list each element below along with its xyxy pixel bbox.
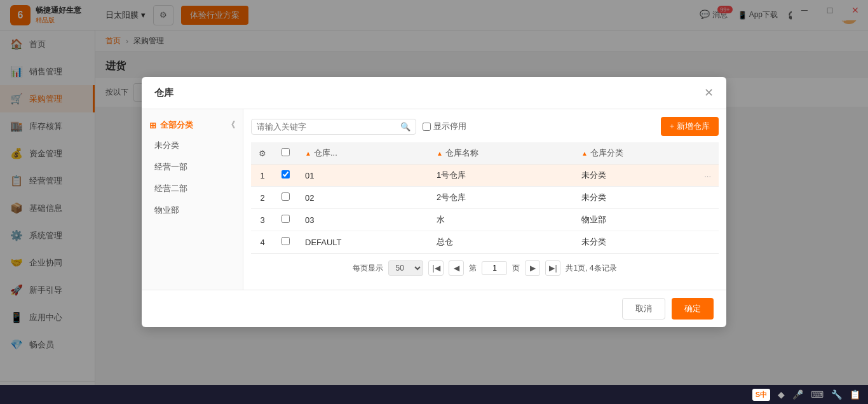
keyboard-icon[interactable]: ⌨ [811, 389, 824, 400]
row-checkbox-cell [274, 165, 297, 187]
row-checkbox-cell [274, 187, 297, 209]
warehouse-table: ⚙ ▲ 仓库... [251, 142, 719, 253]
row-name: 总仓 [429, 231, 574, 253]
row-code: DEFAULT [297, 231, 429, 253]
header-checkbox-col [274, 142, 297, 165]
cancel-button[interactable]: 取消 [622, 298, 665, 320]
header-category: ▲ 仓库分类 [574, 142, 719, 165]
header-name: ▲ 仓库名称 [429, 142, 574, 165]
modal-body: ⊞ 全部分类 《 未分类 经营一部 经营二部 物业部 [142, 109, 726, 290]
row-name: 2号仓库 [429, 187, 574, 209]
next-page-btn[interactable]: ▶ [525, 260, 540, 276]
table-container: ⚙ ▲ 仓库... [251, 142, 719, 253]
category-sidebar: ⊞ 全部分类 《 未分类 经营一部 经营二部 物业部 [142, 109, 243, 290]
row-checkbox[interactable] [281, 237, 290, 245]
table-header: ⚙ ▲ 仓库... [251, 142, 719, 165]
row-checkbox[interactable] [281, 170, 290, 178]
row-category: 未分类 [574, 231, 719, 253]
modal-close-button[interactable]: ✕ [704, 86, 714, 100]
table-row[interactable]: 1 01 1号仓库 未分类... [251, 165, 719, 187]
category-all[interactable]: ⊞ 全部分类 《 [142, 116, 243, 135]
table-row[interactable]: 3 03 水 物业部 [251, 209, 719, 231]
modal-title: 仓库 [154, 87, 173, 99]
grid-icon: ⊞ [149, 121, 156, 130]
table-area: 🔍 显示停用 + 新增仓库 ⚙ [243, 109, 726, 290]
row-code: 03 [297, 209, 429, 231]
pagination: 每页显示 50 100 200 |◀ ◀ 第 页 ▶ ▶| 共1页, 4条记录 [251, 253, 719, 282]
search-input[interactable] [257, 122, 397, 131]
add-warehouse-button[interactable]: + 新增仓库 [661, 117, 719, 136]
table-row[interactable]: 4 DEFAULT 总仓 未分类 [251, 231, 719, 253]
category-item-property[interactable]: 物业部 [142, 199, 243, 221]
sort-icon-cat: ▲ [581, 150, 588, 157]
diamond-icon[interactable]: ◆ [778, 389, 785, 400]
tool-icon[interactable]: 🔧 [831, 389, 842, 400]
prev-page-btn[interactable]: ◀ [449, 260, 464, 276]
search-icon[interactable]: 🔍 [400, 122, 410, 131]
table-body: 1 01 1号仓库 未分类... 2 02 2号仓库 未分类 3 03 水 物业… [251, 165, 719, 253]
modal-header: 仓库 ✕ [142, 77, 726, 109]
header-code: ▲ 仓库... [297, 142, 429, 165]
confirm-button[interactable]: 确定 [672, 298, 714, 320]
row-category: 物业部 [574, 209, 719, 231]
status-bar: S中 ◆ 🎤 ⌨ 🔧 📋 [0, 385, 868, 404]
category-item-ops2[interactable]: 经营二部 [142, 178, 243, 199]
sort-icon: ▲ [305, 150, 311, 157]
page-number-input[interactable] [482, 261, 507, 275]
row-actions-icon[interactable]: ... [704, 170, 711, 179]
row-index: 4 [251, 231, 274, 253]
first-page-btn[interactable]: |◀ [428, 260, 444, 276]
szhong-icon[interactable]: S中 [752, 389, 770, 401]
collapse-icon[interactable]: 《 [227, 119, 235, 131]
row-code: 01 [297, 165, 429, 187]
row-name: 1号仓库 [429, 165, 574, 187]
row-checkbox-cell [274, 209, 297, 231]
mic-icon[interactable]: 🎤 [792, 389, 803, 400]
category-item-ops1[interactable]: 经营一部 [142, 156, 243, 178]
clipboard-icon[interactable]: 📋 [850, 389, 860, 400]
row-index: 1 [251, 165, 274, 187]
show-disabled-checkbox[interactable] [423, 123, 431, 131]
modal-footer: 取消 确定 [142, 290, 726, 327]
header-settings: ⚙ [251, 142, 274, 165]
settings-icon[interactable]: ⚙ [259, 149, 266, 158]
search-box: 🔍 [251, 119, 416, 135]
warehouse-modal: 仓库 ✕ ⊞ 全部分类 《 未分类 经营一部 [142, 77, 726, 327]
row-index: 3 [251, 209, 274, 231]
row-index: 2 [251, 187, 274, 209]
table-toolbar: 🔍 显示停用 + 新增仓库 [251, 117, 719, 136]
row-checkbox[interactable] [281, 192, 290, 201]
page-size-select[interactable]: 50 100 200 [388, 260, 423, 276]
category-item-uncategorized[interactable]: 未分类 [142, 135, 243, 156]
row-checkbox[interactable] [281, 215, 290, 223]
select-all-checkbox[interactable] [281, 148, 290, 156]
row-category: 未分类 [574, 187, 719, 209]
last-page-btn[interactable]: ▶| [545, 260, 560, 276]
sort-icon-name: ▲ [437, 150, 443, 157]
row-code: 02 [297, 187, 429, 209]
show-disabled-label[interactable]: 显示停用 [423, 121, 466, 132]
row-category: 未分类... [574, 165, 719, 187]
modal-overlay: 仓库 ✕ ⊞ 全部分类 《 未分类 经营一部 [0, 0, 868, 404]
table-row[interactable]: 2 02 2号仓库 未分类 [251, 187, 719, 209]
row-checkbox-cell [274, 231, 297, 253]
row-name: 水 [429, 209, 574, 231]
